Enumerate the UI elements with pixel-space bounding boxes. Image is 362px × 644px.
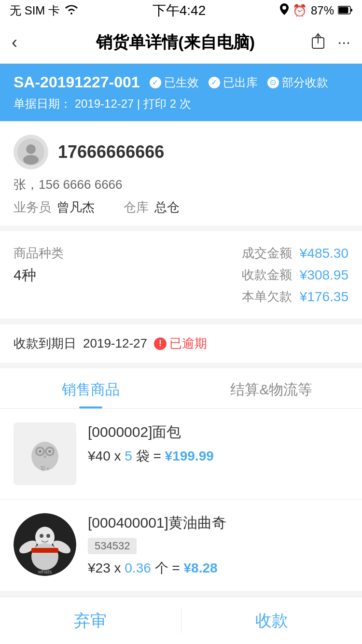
product-price-1: ¥40 x 5 袋 = ¥199.99 — [88, 447, 348, 465]
deal-amount-value: ¥485.30 — [300, 246, 348, 261]
battery-icon — [338, 4, 352, 17]
stats-right: 成交金额 ¥485.30 收款金额 ¥308.95 本单欠款 ¥176.35 — [242, 245, 348, 305]
product-thumb-1: 草+ — [14, 422, 76, 485]
product-name-1: [0000002]面包 — [88, 422, 348, 442]
status-bar-time: 下午4:42 — [153, 1, 206, 20]
order-date: 2019-12-27 — [75, 97, 134, 110]
product-sku-2: 534532 — [88, 538, 137, 554]
svg-point-6 — [23, 155, 39, 165]
customer-name: 张，156 6666 6666 — [14, 176, 348, 193]
price-x-2: x — [114, 560, 125, 575]
qty-1: 5 — [125, 448, 132, 463]
due-date-value: 2019-12-27 — [83, 336, 147, 351]
more-icon[interactable]: ··· — [337, 33, 350, 51]
price-base-1: ¥40 — [88, 448, 111, 463]
date-label: 单据日期： — [14, 97, 71, 110]
owed-amount-value: ¥176.35 — [300, 289, 348, 305]
product-type-value: 4种 — [14, 266, 64, 285]
sim-indicator: 无 SIM 卡 — [10, 3, 60, 18]
overdue-icon: ! — [154, 337, 167, 350]
back-button[interactable]: ‹ — [12, 32, 41, 53]
warehouse-label: 仓库 — [124, 199, 149, 216]
product-price-2: ¥23 x 0.36 个 = ¥8.28 — [88, 559, 348, 577]
svg-rect-24 — [31, 548, 58, 553]
svg-text:whats: whats — [38, 569, 52, 574]
svg-point-14 — [48, 450, 51, 453]
alarm-icon: ⏰ — [292, 4, 307, 17]
avatar — [14, 135, 48, 169]
order-id: SA-20191227-001 — [14, 73, 140, 91]
svg-point-23 — [46, 534, 50, 538]
product-info-2: [000400001]黄油曲奇 534532 ¥23 x 0.36 个 = ¥8… — [88, 513, 348, 577]
equals-2: = — [172, 560, 183, 575]
customer-meta: 业务员 曾凡杰 仓库 总仓 — [14, 199, 348, 216]
check-icon-shipped: ✓ — [209, 77, 220, 88]
warehouse-info: 仓库 总仓 — [124, 199, 180, 216]
product-thumb-2: whats — [14, 513, 76, 576]
status-bar-left: 无 SIM 卡 — [10, 3, 78, 18]
tab-sales[interactable]: 销售商品 — [0, 368, 181, 408]
price-x-1: x — [114, 448, 125, 463]
price-base-2: ¥23 — [88, 560, 111, 575]
due-section: 收款到期日 2019-12-27 ! 已逾期 — [0, 324, 362, 363]
product-info-1: [0000002]面包 ¥40 x 5 袋 = ¥199.99 — [88, 422, 348, 465]
deal-amount-row: 成交金额 ¥485.30 — [242, 245, 348, 262]
overdue-label: 已逾期 — [169, 335, 207, 352]
staff-name: 曾凡杰 — [57, 199, 95, 216]
total-2: ¥8.28 — [183, 560, 217, 575]
confirm-button[interactable]: 收款 — [181, 597, 362, 644]
owed-amount-row: 本单欠款 ¥176.35 — [242, 288, 348, 305]
deal-amount-label: 成交金额 — [242, 245, 292, 262]
print-info: | 打印 2 次 — [137, 97, 191, 110]
product-card-1: 草+ [0000002]面包 ¥40 x 5 袋 = ¥199.99 — [0, 409, 362, 499]
overdue-badge: ! 已逾期 — [154, 335, 207, 352]
product-card-2: whats [000400001]黄油曲奇 534532 ¥23 x 0.36 … — [0, 500, 362, 591]
cancel-button[interactable]: 弃审 — [0, 597, 181, 644]
tabs-section: 销售商品 结算&物流等 — [0, 368, 362, 409]
location-icon — [280, 3, 289, 18]
received-amount-value: ¥308.95 — [300, 267, 348, 283]
svg-point-5 — [26, 144, 36, 154]
check-icon-active: ✓ — [150, 77, 161, 88]
product-type-label: 商品种类 — [14, 245, 64, 262]
customer-row: 17666666666 — [14, 135, 348, 169]
stats-section: 商品种类 4种 成交金额 ¥485.30 收款金额 ¥308.95 本单欠款 ¥… — [0, 231, 362, 319]
customer-phone: 17666666666 — [58, 142, 164, 162]
header-band-row1: SA-20191227-001 ✓ 已生效 ✓ 已出库 ⊙ 部分收款 — [14, 73, 348, 91]
status-bar-right: ⏰ 87% — [280, 3, 352, 18]
nav-bar: ‹ 销货单详情(来自电脑) ··· — [0, 21, 362, 64]
tab-settlement[interactable]: 结算&物流等 — [181, 368, 362, 408]
unit-1: 袋 — [136, 448, 150, 463]
svg-rect-1 — [339, 7, 348, 14]
due-date-label: 收款到期日 — [14, 335, 76, 352]
badge-active: ✓ 已生效 — [150, 75, 199, 90]
clock-icon: ⊙ — [267, 77, 279, 88]
total-1: ¥199.99 — [165, 448, 214, 463]
svg-text:草+: 草+ — [40, 465, 49, 472]
wifi-icon — [65, 4, 78, 17]
header-band-date-row: 单据日期： 2019-12-27 | 打印 2 次 — [14, 96, 348, 112]
received-amount-label: 收款金额 — [242, 266, 292, 283]
bottom-bar: 弃审 收款 — [0, 597, 362, 644]
header-band: SA-20191227-001 ✓ 已生效 ✓ 已出库 ⊙ 部分收款 单据日期：… — [0, 64, 362, 121]
svg-point-19 — [31, 543, 58, 570]
equals-1: = — [153, 448, 165, 463]
svg-point-13 — [39, 450, 42, 453]
product-name-2: [000400001]黄油曲奇 — [88, 513, 348, 533]
share-icon[interactable] — [310, 32, 326, 53]
received-amount-row: 收款金额 ¥308.95 — [242, 266, 348, 283]
unit-2: 个 — [155, 560, 168, 575]
battery-level: 87% — [311, 4, 334, 17]
staff-label: 业务员 — [14, 199, 51, 216]
customer-section: 17666666666 张，156 6666 6666 业务员 曾凡杰 仓库 总… — [0, 121, 362, 225]
nav-actions: ··· — [310, 32, 350, 53]
staff-info: 业务员 曾凡杰 — [14, 199, 95, 216]
owed-amount-label: 本单欠款 — [242, 288, 292, 305]
stats-left: 商品种类 4种 — [14, 245, 64, 285]
products-section: 草+ [0000002]面包 ¥40 x 5 袋 = ¥199.99 — [0, 409, 362, 591]
badge-shipped: ✓ 已出库 — [209, 75, 258, 90]
svg-point-22 — [40, 534, 43, 538]
page-title: 销货单详情(来自电脑) — [96, 31, 255, 54]
warehouse-name: 总仓 — [154, 199, 180, 216]
status-bar: 无 SIM 卡 下午4:42 ⏰ 87% — [0, 0, 362, 21]
